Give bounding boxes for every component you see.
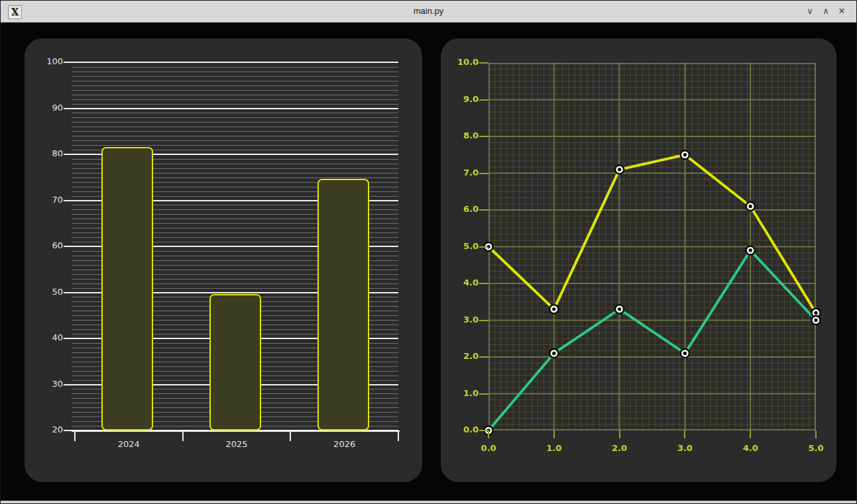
yellow-series-marker-center [552, 307, 555, 311]
y-axis-tick [479, 62, 488, 64]
y-tick-label: 0.0 [441, 425, 479, 434]
y-axis-tick [479, 209, 488, 211]
y-tick-label: 10.0 [441, 57, 479, 67]
y-axis-tick [479, 99, 488, 101]
bar-2025 [209, 294, 261, 430]
x-axis-tick [684, 430, 685, 438]
teal-series-marker-center [552, 352, 555, 355]
x-tick-label: 2024 [99, 439, 158, 449]
y-tick-label: 7.0 [441, 168, 479, 177]
y-axis-tick [479, 136, 488, 137]
y-tick-label: 2.0 [441, 351, 479, 361]
y-axis-tick [479, 320, 488, 321]
x-tick-label: 5.0 [801, 443, 830, 453]
bar-chart-panel: 1009080706050403020202420252026 [25, 38, 422, 482]
yellow-series-marker-center [749, 205, 752, 208]
y-tick-label: 50 [25, 287, 63, 297]
y-axis-tick [479, 173, 488, 174]
x-tick-label: 2.0 [605, 443, 634, 453]
x-axis-line [72, 430, 400, 432]
y-axis-tick [479, 393, 488, 395]
x-axis-tick [290, 430, 291, 441]
y-tick-label: 60 [25, 240, 63, 250]
y-tick-label: 8.0 [441, 130, 479, 140]
line-chart-panel: 0.01.02.03.04.05.00.01.02.03.04.05.06.07… [441, 38, 836, 482]
minimize-button[interactable]: ∨ [802, 1, 818, 22]
y-axis-tick [479, 246, 488, 248]
x-axis-tick [815, 430, 817, 438]
content-area: 1009080706050403020202420252026 0.01.02.… [1, 23, 856, 501]
y-axis-tick [479, 356, 488, 358]
close-button[interactable]: ✕ [834, 1, 850, 22]
y-tick-label: 3.0 [441, 315, 479, 325]
bar-2026 [317, 179, 369, 430]
line-plot-area [488, 63, 816, 430]
x-tick-label: 2025 [207, 439, 266, 449]
x-axis-tick [750, 430, 751, 438]
teal-series-marker-center [618, 307, 621, 311]
y-tick-label: 4.0 [441, 277, 479, 287]
yellow-series-marker-center [683, 153, 687, 156]
x-axis-tick [182, 430, 184, 441]
y-tick-label: 1.0 [441, 388, 479, 398]
y-tick-label: 70 [25, 195, 63, 205]
y-tick-label: 40 [25, 332, 63, 342]
window-title: main.py [1, 1, 856, 22]
x-tick-label: 2026 [315, 439, 374, 449]
y-tick-label: 30 [25, 379, 63, 389]
y-tick-label: 5.0 [441, 241, 479, 251]
y-tick-label: 20 [25, 425, 63, 434]
y-tick-label: 80 [25, 148, 63, 158]
y-axis-tick [479, 430, 488, 431]
y-tick-label: 100 [25, 56, 63, 66]
teal-series-marker-center [749, 248, 752, 252]
x-axis-tick [553, 430, 555, 438]
y-tick-label: 9.0 [441, 94, 479, 104]
x-axis-tick [398, 430, 399, 441]
y-axis-tick [479, 283, 488, 284]
y-tick-label: 90 [25, 103, 63, 113]
yellow-series-marker-center [618, 168, 621, 171]
x-tick-label: 0.0 [474, 443, 503, 453]
teal-series-marker-center [683, 352, 687, 355]
titlebar[interactable]: X main.py ∨ ∧ ✕ [1, 1, 856, 23]
teal-series-marker-center [814, 319, 817, 322]
maximize-button[interactable]: ∧ [818, 1, 834, 22]
y-tick-label: 6.0 [441, 204, 479, 214]
x-tick-label: 3.0 [670, 443, 699, 453]
x-tick-label: 1.0 [540, 443, 569, 453]
x-axis-tick [488, 430, 489, 438]
bar-2024 [101, 147, 153, 430]
major-gridline [64, 108, 398, 109]
x-tick-label: 4.0 [736, 443, 765, 453]
x-axis-tick [74, 430, 76, 441]
major-gridline [64, 62, 398, 63]
app-window: X main.py ∨ ∧ ✕ 100908070605040302020242… [1, 1, 856, 503]
yellow-series-marker-center [814, 311, 817, 315]
x-axis-tick [619, 430, 620, 438]
